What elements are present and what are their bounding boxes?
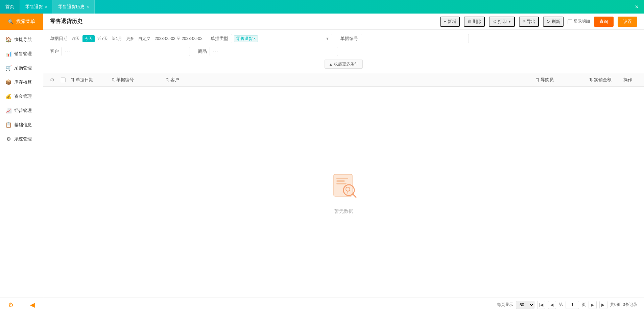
pagination-bar: 每页显示 50 10 20 100 |◀ ◀ 第 页 ▶ ▶| 共0页, 0条记… (43, 297, 644, 312)
collapse-filter-button[interactable]: ▲ 收起更多条件 (325, 60, 363, 69)
filter-area: 单据日期 昨天 今天 近7天 近1月 更多 自定义 2023-06-02 至 2… (43, 30, 644, 73)
query-label: 查询 (599, 19, 608, 24)
page-first-button[interactable]: |◀ (537, 301, 545, 309)
filter-bill-no: 单据编号 (340, 34, 469, 43)
sidebar-item-basic-info[interactable]: 📋 基础信息 (0, 118, 43, 132)
page-last-button[interactable]: ▶| (599, 301, 607, 309)
sales-icon: 📊 (5, 51, 11, 57)
show-detail-checkbox[interactable] (568, 19, 572, 24)
select-all-checkbox[interactable] (58, 77, 68, 82)
svg-line-5 (353, 194, 356, 197)
page-title: 零售退货历史 (50, 18, 82, 25)
setting-button[interactable]: 设置 (618, 17, 637, 27)
sidebar-item-operations[interactable]: 📈 经营管理 (0, 104, 43, 118)
show-detail-toggle[interactable]: 显示明细 (568, 19, 590, 24)
filter-row-1: 单据日期 昨天 今天 近7天 近1月 更多 自定义 2023-06-02 至 2… (50, 34, 637, 43)
sidebar-collapse-button[interactable]: ◀ (30, 301, 35, 309)
th-amount-label: 实销金额 (594, 77, 612, 83)
export-label: ⊙ 导出 (522, 19, 536, 25)
th-bill-date: ⇅ 单据日期 (68, 77, 109, 83)
show-detail-label: 显示明细 (574, 19, 590, 24)
sidebar-item-label: 基础信息 (14, 122, 32, 128)
date-opt-yesterday[interactable]: 昨天 (70, 35, 81, 42)
filter-row-2: 客户 ··· 商品 ··· (50, 47, 637, 56)
sidebar-item-sales[interactable]: 📊 销售管理 (0, 47, 43, 61)
filter-customer: 客户 ··· (50, 47, 190, 56)
sidebar-item-label: 库存核算 (14, 79, 32, 85)
bill-no-input[interactable] (361, 34, 469, 43)
refresh-button[interactable]: ↻ 刷新 (543, 17, 564, 27)
th-bill-no: ⇅ 单据编号 (109, 77, 163, 83)
column-settings-icon[interactable]: ⚙ (46, 77, 58, 83)
page-prev-button[interactable]: ◀ (548, 301, 556, 309)
th-bill-date-icon: ⇅ (71, 77, 75, 82)
delete-button[interactable]: 🗑 删除 (464, 17, 485, 27)
system-icon: ⚙ (5, 136, 11, 142)
bill-type-select[interactable]: 零售退货 × ▼ (231, 34, 332, 43)
operations-icon: 📈 (5, 108, 11, 114)
tab-retail-return[interactable]: 零售退货 × (20, 0, 53, 14)
th-bill-date-label: 单据日期 (76, 77, 93, 83)
per-page-label: 每页显示 (497, 302, 513, 308)
sidebar-item-quick-nav[interactable]: 🏠 快捷导航 (0, 32, 43, 47)
per-page-select[interactable]: 50 10 20 100 (516, 301, 534, 309)
search-menu-button[interactable]: 🔍 搜索菜单 (0, 14, 43, 30)
inventory-icon: 📦 (5, 79, 11, 85)
sidebar-item-system[interactable]: ⚙ 系统管理 (0, 132, 43, 146)
search-menu-icon: 🔍 (8, 19, 14, 24)
th-amount: ⇅ 实销金额 (574, 77, 614, 83)
export-button[interactable]: ⊙ 导出 (519, 17, 539, 27)
sidebar-bottom: ⚙ ◀ (0, 297, 43, 312)
finance-icon: 💰 (5, 93, 11, 99)
sidebar-item-label: 经营管理 (14, 108, 32, 114)
sidebar-item-inventory[interactable]: 📦 库存核算 (0, 75, 43, 89)
sidebar-item-finance[interactable]: 💰 资金管理 (0, 89, 43, 104)
purchase-icon: 🛒 (5, 65, 11, 71)
date-opt-today[interactable]: 今天 (82, 35, 95, 42)
date-opt-7days[interactable]: 近7天 (96, 35, 109, 42)
new-button[interactable]: + 新增 (440, 17, 459, 27)
date-opt-1month[interactable]: 近1月 (111, 35, 124, 42)
page-number-input[interactable] (566, 301, 579, 309)
page-next-button[interactable]: ▶ (589, 301, 597, 309)
page-suffix: 页 (582, 302, 586, 308)
bill-type-tag-close[interactable]: × (254, 37, 256, 41)
customer-select[interactable]: ··· (62, 47, 190, 56)
goods-select[interactable]: ··· (210, 47, 338, 56)
sidebar-item-purchase[interactable]: 🛒 采购管理 (0, 61, 43, 75)
sidebar-settings-button[interactable]: ⚙ (8, 301, 14, 309)
svg-rect-2 (336, 180, 345, 182)
collapse-icon: ▲ (329, 62, 333, 67)
query-button[interactable]: 查询 (594, 17, 614, 27)
new-label: + 新增 (444, 19, 456, 25)
tab-retail-return-history-close[interactable]: × (87, 5, 89, 9)
date-opt-custom[interactable]: 自定义 (137, 35, 152, 42)
print-button[interactable]: 🖨 打印 ▼ (489, 17, 515, 27)
tab-home-label: 首页 (5, 4, 14, 10)
th-operate-label: 操作 (623, 77, 632, 83)
th-guide: ⇅ 导购员 (533, 77, 574, 83)
sidebar-item-label: 销售管理 (14, 51, 32, 57)
date-opt-more[interactable]: 更多 (125, 35, 136, 42)
tab-retail-return-close[interactable]: × (45, 5, 47, 9)
empty-state-icon (327, 169, 361, 203)
tab-retail-return-label: 零售退货 (25, 4, 43, 10)
tab-retail-return-history-label: 零售退货历史 (58, 4, 85, 10)
window-close-button[interactable]: × (635, 3, 639, 10)
filter-bill-date: 单据日期 昨天 今天 近7天 近1月 更多 自定义 2023-06-02 至 2… (50, 35, 202, 42)
customer-placeholder: ··· (65, 49, 71, 54)
sidebar-item-label: 快捷导航 (14, 37, 32, 43)
refresh-label: ↻ 刷新 (546, 19, 560, 25)
table-header: ⚙ ⇅ 单据日期 ⇅ 单据编号 ⇅ 客户 ⇅ 导购员 (43, 73, 644, 87)
print-dropdown-icon: ▼ (508, 20, 511, 23)
th-operate: 操作 (614, 77, 641, 83)
tab-retail-return-history[interactable]: 零售退货历史 × (53, 0, 94, 14)
customer-label: 客户 (50, 48, 59, 54)
top-bar: 首页 零售退货 × 零售退货历史 × × (0, 0, 644, 14)
sidebar-item-label: 系统管理 (14, 136, 32, 142)
top-bar-right: × (629, 3, 644, 10)
goods-label: 商品 (198, 48, 207, 54)
page-label: 第 (559, 302, 563, 308)
sidebar: 🔍 搜索菜单 🏠 快捷导航 📊 销售管理 🛒 采购管理 📦 库存核算 💰 (0, 14, 43, 312)
tab-home[interactable]: 首页 (0, 0, 20, 14)
